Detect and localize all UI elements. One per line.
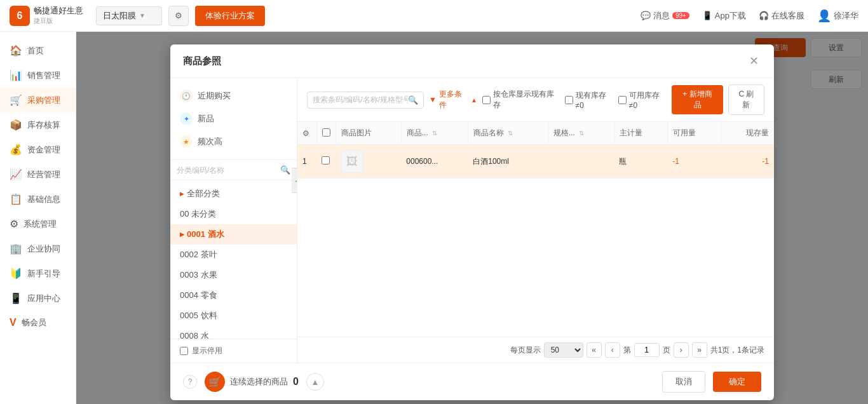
- sidebar: 🏠 首页 📊 销售管理 🛒 采购管理 📦 库存核算 💰 资金管理 📈 经营管理 …: [0, 32, 76, 404]
- category-tea[interactable]: 0002 茶叶: [170, 245, 297, 265]
- category-beverage[interactable]: 0005 饮料: [170, 306, 297, 326]
- new-icon: ✦: [180, 112, 193, 125]
- logo-icon: 6: [10, 6, 30, 26]
- quick-item-frequent[interactable]: ★ 频次高: [170, 130, 297, 153]
- table-row[interactable]: 1 🖼 000600... 白酒100ml: [297, 145, 774, 178]
- available-nonzero-label: 可用库存≠0: [629, 90, 667, 110]
- settings-button[interactable]: ⚙: [168, 6, 189, 26]
- message-button[interactable]: 💬 消息 99+: [641, 10, 689, 22]
- pagination: 每页显示 50 « ‹ 第 页 › » 共1页，1条记录: [297, 337, 774, 363]
- category-fruit[interactable]: 0003 水果: [170, 265, 297, 285]
- refresh-button[interactable]: C 刷新: [728, 84, 764, 115]
- quick-item-new[interactable]: ✦ 新品: [170, 107, 297, 130]
- nav-right: 💬 消息 99+ 📱 App下载 🎧 在线客服 👤 徐泽华: [641, 9, 858, 23]
- show-disabled-checkbox[interactable]: [180, 347, 188, 355]
- category-water[interactable]: 0008 水: [170, 326, 297, 339]
- col-stock[interactable]: 现存量: [721, 122, 774, 145]
- stock-nonzero-checkbox[interactable]: [565, 96, 573, 104]
- category-list: 全部分类 00 未分类 0001 酒水 0002 茶叶: [170, 180, 297, 339]
- sort-code-icon[interactable]: ⇅: [432, 130, 437, 137]
- row-stock: -1: [721, 145, 774, 178]
- sidebar-label-apps: 应用中心: [27, 293, 60, 304]
- modal-footer: ? 🛒 连续选择的商品 0 ▲ 取消 确定: [170, 363, 774, 400]
- modal-overlay: 商品参照 ✕ 🕐 近期购买 ✦ 新: [76, 32, 868, 404]
- trial-button[interactable]: 体验行业方案: [195, 6, 265, 26]
- show-disabled-row: 显示停用: [170, 339, 297, 363]
- sidebar-item-finance[interactable]: 💰 资金管理: [0, 137, 76, 162]
- category-liquor[interactable]: 0001 酒水: [170, 224, 297, 245]
- member-icon: V: [10, 317, 17, 328]
- home-icon: 🏠: [10, 44, 22, 57]
- col-code[interactable]: 商品... ⇅: [401, 122, 468, 145]
- modal-search-bar: 🔍 ▼ 更多条件 ▲ 按仓库显示现有库存: [297, 78, 774, 122]
- modal-left-panel: 🕐 近期购买 ✦ 新品 ★ 频次高: [170, 78, 297, 363]
- modal-close-button[interactable]: ✕: [746, 53, 761, 69]
- category-snacks[interactable]: 0004 零食: [170, 285, 297, 306]
- cart-icon[interactable]: 🛒: [205, 372, 225, 392]
- sidebar-item-home[interactable]: 🏠 首页: [0, 38, 76, 63]
- row-num: 1: [297, 145, 316, 178]
- prev-page-button[interactable]: ‹: [605, 342, 620, 358]
- col-available[interactable]: 可用量: [667, 122, 721, 145]
- confirm-button[interactable]: 确定: [713, 372, 761, 392]
- category-all[interactable]: 全部分类: [170, 184, 297, 204]
- sidebar-item-guide[interactable]: 🔰 新手引导: [0, 261, 76, 286]
- collapse-panel-button[interactable]: ◀: [292, 168, 297, 193]
- online-service-label: 在线客服: [771, 10, 804, 22]
- quick-label-recent: 近期购买: [198, 90, 231, 102]
- sort-name-icon[interactable]: ⇅: [508, 130, 513, 137]
- sidebar-label-member: 畅会员: [22, 317, 46, 328]
- sidebar-item-operations[interactable]: 📈 经营管理: [0, 162, 76, 187]
- row-checkbox[interactable]: [316, 145, 336, 178]
- select-all-checkbox[interactable]: [322, 128, 330, 137]
- message-badge: 99+: [672, 12, 689, 19]
- online-service-button[interactable]: 🎧 在线客服: [759, 10, 804, 22]
- quick-item-recent[interactable]: 🕐 近期购买: [170, 84, 297, 107]
- operations-icon: 📈: [10, 168, 22, 180]
- sidebar-item-sales[interactable]: 📊 销售管理: [0, 63, 76, 88]
- sidebar-item-enterprise[interactable]: 🏢 企业协同: [0, 236, 76, 261]
- last-page-button[interactable]: »: [692, 342, 707, 358]
- sort-spec-icon[interactable]: ⇅: [579, 130, 584, 137]
- cancel-button[interactable]: 取消: [662, 371, 705, 393]
- category-beverage-label: 0005 饮料: [180, 310, 217, 321]
- sidebar-item-inventory[interactable]: 📦 库存核算: [0, 112, 76, 137]
- col-checkbox[interactable]: [316, 122, 336, 145]
- product-search-input[interactable]: [313, 95, 408, 104]
- col-settings[interactable]: ⚙: [297, 122, 316, 145]
- available-nonzero-checkbox[interactable]: [618, 96, 627, 104]
- category-uncategorized[interactable]: 00 未分类: [170, 204, 297, 224]
- sidebar-item-basics[interactable]: 📋 基础信息: [0, 187, 76, 212]
- headset-icon: 🎧: [759, 11, 769, 20]
- message-icon: 💬: [641, 11, 651, 20]
- add-product-button[interactable]: + 新增商品: [672, 85, 723, 114]
- first-page-button[interactable]: «: [587, 342, 602, 358]
- category-tea-label: 0002 茶叶: [180, 249, 217, 260]
- sidebar-item-member[interactable]: V 畅会员: [0, 311, 76, 335]
- total-info: 共1页，1条记录: [710, 345, 764, 356]
- warehouse-filter-checkbox[interactable]: [482, 96, 491, 104]
- page-size-select[interactable]: 50: [544, 342, 583, 358]
- main-content: 查询 设置 刷新 商品参照 ✕ 🕐: [76, 32, 868, 404]
- row-select-checkbox[interactable]: [322, 156, 330, 165]
- category-search-icon[interactable]: 🔍: [280, 165, 290, 175]
- more-conditions-button[interactable]: ▼ 更多条件 ▲: [429, 89, 477, 111]
- category-search-input[interactable]: [177, 166, 277, 175]
- col-unit[interactable]: 主计量: [614, 122, 667, 145]
- user-profile[interactable]: 👤 徐泽华: [817, 9, 858, 23]
- next-page-button[interactable]: ›: [674, 342, 689, 358]
- app-download-button[interactable]: 📱 App下载: [702, 10, 746, 22]
- sidebar-item-purchase[interactable]: 🛒 采购管理: [0, 88, 76, 112]
- col-spec[interactable]: 规格... ⇅: [548, 122, 614, 145]
- store-selector[interactable]: 日太阳膜 ▼: [96, 6, 162, 25]
- sidebar-label-home: 首页: [27, 45, 44, 57]
- collapse-footer-button[interactable]: ▲: [306, 373, 324, 391]
- row-unit: 瓶: [614, 145, 667, 178]
- help-button[interactable]: ?: [183, 375, 197, 389]
- username: 徐泽华: [834, 10, 858, 22]
- col-name[interactable]: 商品名称 ⇅: [468, 122, 548, 145]
- sidebar-item-system[interactable]: ⚙ 系统管理: [0, 212, 76, 236]
- sidebar-item-apps[interactable]: 📱 应用中心: [0, 286, 76, 311]
- quick-label-frequent: 频次高: [198, 136, 222, 147]
- current-page-input[interactable]: [634, 343, 660, 357]
